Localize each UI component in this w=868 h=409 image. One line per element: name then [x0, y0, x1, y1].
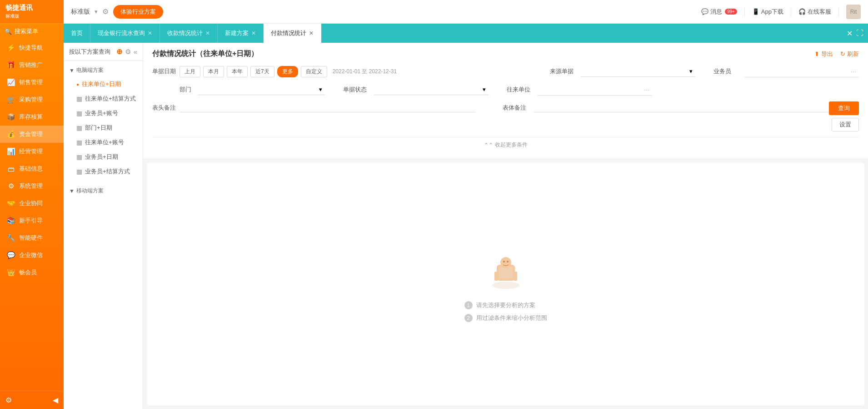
tab-payment[interactable]: 付款情况统计✕ [264, 24, 321, 43]
collapse-conditions-btn[interactable]: ⌃⌃ 收起更多条件 [152, 137, 859, 152]
date-more-btn[interactable]: 更多 [277, 66, 298, 77]
source-dropdown-icon[interactable]: ▾ [689, 68, 693, 75]
item-label: 业务员+结算方式 [85, 167, 130, 176]
section-title[interactable]: ▼移动端方案 [64, 184, 143, 197]
app-download-btn[interactable]: 📱 App下载 [752, 8, 783, 16]
section-expand-icon: ▼ [69, 188, 75, 194]
partner-input[interactable] [540, 86, 642, 93]
sidebar-item-corp[interactable]: 🤝企业协同 [0, 195, 64, 212]
tab-close-bank[interactable]: ✕ [148, 30, 152, 36]
left-panel-sections: ▼电脑端方案●往来单位+日期▦往来单位+结算方式▦业务员+账号▦部门+日期▦往来… [64, 61, 143, 200]
trial-button[interactable]: 体验行业方案 [113, 5, 163, 19]
sidebar-item-quick-nav[interactable]: ⚡快捷导航 [0, 39, 64, 56]
nav-icon-quick-nav: ⚡ [6, 44, 15, 52]
export-icon: ⬆ [814, 50, 819, 57]
doc-status-dropdown-icon[interactable]: ▾ [483, 86, 486, 93]
tab-expand-icon[interactable]: ⛶ [856, 29, 863, 37]
nav-label-system: 系统管理 [19, 182, 43, 190]
doc-status-input[interactable] [377, 86, 481, 93]
sidebar-item-system[interactable]: ⚙系统管理 [0, 177, 64, 195]
tab-bank[interactable]: 现金银行流水查询✕ [90, 24, 160, 43]
tabbar-controls: ✕ ⛶ [842, 24, 868, 43]
header-note-input[interactable] [182, 103, 473, 110]
avatar-text: Rit [850, 9, 857, 15]
sidebar-item-finance[interactable]: 💰资金管理 [0, 126, 64, 143]
refresh-btn[interactable]: ↻ 刷新 [840, 50, 859, 58]
step-1-circle: 1 [464, 301, 473, 309]
left-panel-item[interactable]: ▦部门+日期 [64, 121, 143, 135]
panel-collapse-btn[interactable]: « [134, 48, 137, 56]
tabs-container: 首页现金银行流水查询✕收款情况统计✕新建方案✕付款情况统计✕ [64, 24, 321, 43]
query-button[interactable]: 查询 [829, 101, 859, 115]
tab-close-receivable[interactable]: ✕ [205, 30, 210, 36]
sidebar-item-inventory[interactable]: 📦库存核算 [0, 108, 64, 126]
sidebar-item-sales[interactable]: 📈销售管理 [0, 74, 64, 91]
logo-subtext: 标准版 [5, 13, 33, 20]
topbar-actions: 💬 消息 99+ 📱 App下载 🎧 在线客服 Rit [701, 5, 861, 19]
nav-label-member: 畅会员 [19, 268, 37, 277]
filter-area: 付款情况统计（往来单位+日期） ⬆ 导出 ↻ 刷新 单据日期 [143, 43, 868, 159]
tab-close-payment[interactable]: ✕ [309, 30, 314, 36]
left-panel-section: ▼移动端方案 [64, 182, 143, 200]
left-panel-item[interactable]: ▦业务员+日期 [64, 150, 143, 164]
online-service-btn[interactable]: 🎧 在线客服 [798, 8, 831, 16]
topbar-chevron-icon[interactable]: ▾ [95, 8, 98, 15]
tab-close-all-icon[interactable]: ✕ [847, 29, 853, 38]
collapse-arrow-icon: ⌃⌃ [484, 142, 493, 148]
body-note-input[interactable] [536, 103, 827, 110]
sidebar-item-basic[interactable]: 🗃基础信息 [0, 160, 64, 177]
sidebar-item-member[interactable]: 👑畅会员 [0, 264, 64, 281]
svg-point-4 [503, 261, 505, 263]
settings-button[interactable]: 设置 [832, 118, 859, 131]
sidebar-collapse-icon[interactable]: ◀ [53, 396, 58, 404]
left-panel-item[interactable]: ▦往来单位+账号 [64, 135, 143, 150]
date-custom-btn[interactable]: 自定义 [301, 66, 327, 77]
date-last-month-btn[interactable]: 上月 [180, 66, 200, 77]
sidebar-search[interactable]: 🔍 搜索菜单 [0, 24, 64, 39]
date-this-month-btn[interactable]: 本月 [203, 66, 224, 77]
export-btn[interactable]: ⬆ 导出 [814, 50, 833, 58]
nav-label-basic: 基础信息 [19, 165, 43, 173]
plan-settings-btn[interactable]: ⚙ [125, 48, 131, 56]
sidebar-item-guide[interactable]: 📚新手引导 [0, 212, 64, 229]
left-panel-header-actions: ⊕ ⚙ « [116, 47, 137, 56]
dept-dropdown-icon[interactable]: ▾ [319, 86, 322, 93]
dept-input[interactable] [200, 86, 317, 93]
date-label: 单据日期 [152, 65, 180, 78]
left-panel-item[interactable]: ▦业务员+结算方式 [64, 164, 143, 179]
header-note-label: 表头备注 [152, 101, 180, 114]
app-icon: 📱 [752, 8, 759, 15]
sidebar-item-marketing[interactable]: 🎁营销推广 [0, 56, 64, 74]
tab-receivable[interactable]: 收款情况统计✕ [160, 24, 218, 43]
sidebar-item-hardware[interactable]: 🔧智能硬件 [0, 229, 64, 247]
nav-icon-purchase: 🛒 [6, 96, 15, 104]
logo-text: 畅捷通讯 [5, 4, 33, 12]
sidebar-item-business[interactable]: 📊经营管理 [0, 143, 64, 160]
date-last-7-btn[interactable]: 近7天 [250, 66, 274, 77]
tab-home[interactable]: 首页 [64, 24, 90, 43]
sidebar-settings-icon[interactable]: ⚙ [5, 396, 12, 404]
tab-close-new-plan[interactable]: ✕ [251, 30, 256, 36]
date-buttons: 上月 本月 本年 近7天 更多 自定义 2022-01-01 至 2022-12… [180, 65, 532, 78]
sidebar-item-purchase[interactable]: 🛒采购管理 [0, 91, 64, 108]
left-panel-item[interactable]: ●往来单位+日期 [64, 77, 143, 91]
salesperson-input[interactable] [747, 68, 849, 75]
page-title: 付款情况统计（往来单位+日期） [152, 49, 258, 59]
salesperson-dots-btn[interactable]: ··· [851, 68, 856, 75]
user-avatar[interactable]: Rit [846, 5, 861, 19]
add-plan-btn[interactable]: ⊕ [116, 47, 122, 56]
source-input[interactable] [584, 68, 688, 75]
left-panel-item[interactable]: ▦往来单位+结算方式 [64, 91, 143, 106]
partner-dots-btn[interactable]: ··· [644, 86, 649, 93]
topbar-gear-icon[interactable]: ⚙ [102, 7, 109, 16]
date-this-year-btn[interactable]: 本年 [227, 66, 248, 77]
svg-point-5 [507, 261, 509, 263]
left-panel-item[interactable]: ▦业务员+账号 [64, 106, 143, 121]
nav-icon-system: ⚙ [6, 182, 15, 190]
sidebar-item-wechat[interactable]: 💬企业微信 [0, 247, 64, 264]
section-title[interactable]: ▼电脑端方案 [64, 64, 143, 77]
tab-new-plan[interactable]: 新建方案✕ [218, 24, 264, 43]
refresh-label: 刷新 [847, 50, 859, 58]
filter-row-3: 表头备注 表体备注 查询 设置 [152, 101, 859, 131]
notifications-btn[interactable]: 💬 消息 99+ [701, 8, 737, 16]
